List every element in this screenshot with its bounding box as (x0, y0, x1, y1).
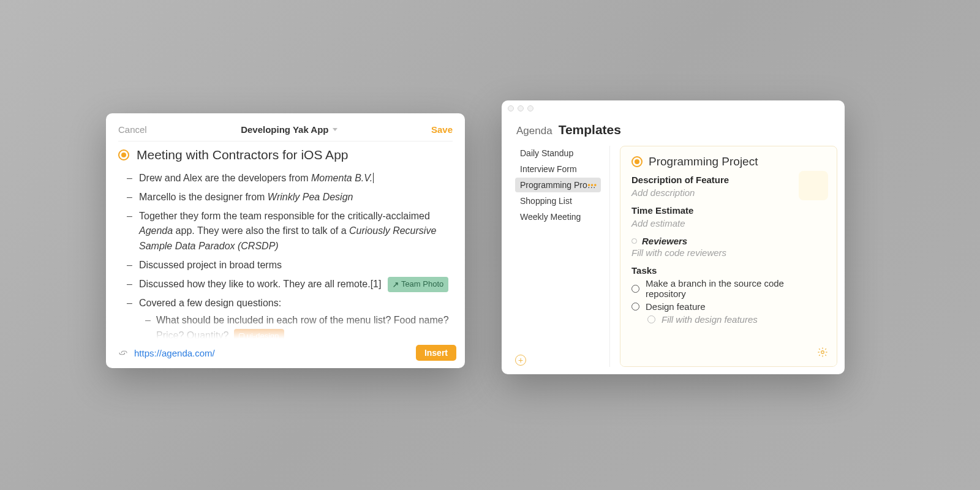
more-icon[interactable]: ••• (587, 181, 597, 189)
project-title: Developing Yak App (241, 124, 328, 135)
link-icon (118, 347, 128, 358)
tag-glyph-icon (239, 333, 244, 339)
link-row: https://agenda.com/ (118, 347, 215, 358)
task-item[interactable]: Make a branch in the source code reposit… (631, 278, 826, 299)
template-preview-card: Programming Project Description of Featu… (620, 146, 837, 367)
section-placeholder[interactable]: Fill with code reviewers (631, 247, 826, 258)
close-dot-icon[interactable] (508, 105, 514, 111)
bullet-item[interactable]: Drew and Alex are the developers from Mo… (118, 171, 453, 186)
gear-icon[interactable] (817, 347, 828, 360)
template-title[interactable]: Programming Project (649, 155, 758, 168)
reviewers-heading[interactable]: Reviewers (642, 236, 687, 246)
section-placeholder[interactable]: Add estimate (631, 218, 826, 228)
vertical-divider (609, 146, 610, 367)
fade-overlay (620, 339, 837, 366)
templates-header: Agenda Templates (502, 100, 845, 146)
note-editor-window: Cancel Developing Yak App Save Meeting w… (106, 113, 465, 368)
window-controls[interactable] (508, 105, 533, 111)
app-name: Agenda (516, 125, 552, 137)
chevron-down-icon (333, 128, 337, 131)
svg-point-0 (821, 351, 824, 354)
agenda-dot-icon (631, 156, 643, 167)
section-heading[interactable]: Description of Feature (631, 175, 826, 185)
save-button[interactable]: Save (431, 124, 453, 135)
task-item[interactable]: Design feature (631, 301, 826, 312)
section-title: Templates (559, 123, 621, 137)
template-list: Daily Standup Interview Form Programming… (515, 146, 601, 367)
link-glyph-icon (393, 282, 399, 288)
checkbox-icon[interactable] (631, 303, 639, 311)
insert-button[interactable]: Insert (416, 345, 456, 361)
bullet-item[interactable]: Covered a few design questions: What sho… (118, 296, 453, 339)
template-item[interactable]: Daily Standup (515, 146, 601, 160)
note-heading-row: Meeting with Contractors for iOS App (106, 141, 465, 167)
editor-toolbar: Cancel Developing Yak App Save (106, 113, 465, 141)
minimize-dot-icon[interactable] (518, 105, 524, 111)
checkbox-icon[interactable] (631, 285, 639, 293)
template-item-selected[interactable]: Programming Proj… ••• (515, 178, 601, 192)
project-dropdown[interactable]: Developing Yak App (241, 124, 337, 135)
bullet-item[interactable]: Discussed how they like to work. They ar… (118, 277, 453, 292)
note-title[interactable]: Meeting with Contractors for iOS App (137, 148, 349, 162)
tasks-heading[interactable]: Tasks (631, 265, 826, 276)
checkbox-icon[interactable] (647, 315, 655, 323)
template-item[interactable]: Shopping List (515, 194, 601, 208)
bullet-item[interactable]: Together they form the team responsible … (118, 209, 453, 254)
note-body[interactable]: Drew and Alex are the developers from Mo… (106, 167, 465, 339)
bullet-icon (631, 238, 637, 244)
template-item[interactable]: Interview Form (515, 162, 601, 176)
section-placeholder[interactable]: Add description (631, 187, 826, 198)
task-subitem[interactable]: Fill with design features (647, 314, 826, 325)
tag-ui-design[interactable]: ui-design (234, 329, 284, 339)
bullet-item[interactable]: Marcello is the designer from Wrinkly Pe… (118, 190, 453, 205)
agenda-dot-icon[interactable] (118, 149, 129, 160)
add-template-button[interactable]: + (515, 355, 526, 366)
template-item[interactable]: Weekly Meeting (515, 209, 601, 224)
stamp-decoration (799, 171, 828, 200)
sub-bullet-item[interactable]: What should be included in each row of t… (139, 313, 453, 339)
zoom-dot-icon[interactable] (527, 105, 533, 111)
tag-team-photo[interactable]: Team Photo (388, 277, 448, 292)
templates-window: Agenda Templates Daily Standup Interview… (502, 100, 845, 374)
editor-footer: https://agenda.com/ Insert (106, 339, 465, 368)
cancel-button[interactable]: Cancel (118, 124, 147, 135)
section-heading[interactable]: Time Estimate (631, 205, 826, 216)
link-url[interactable]: https://agenda.com/ (134, 348, 215, 358)
bullet-item[interactable]: Discussed project in broad terms (118, 258, 453, 273)
